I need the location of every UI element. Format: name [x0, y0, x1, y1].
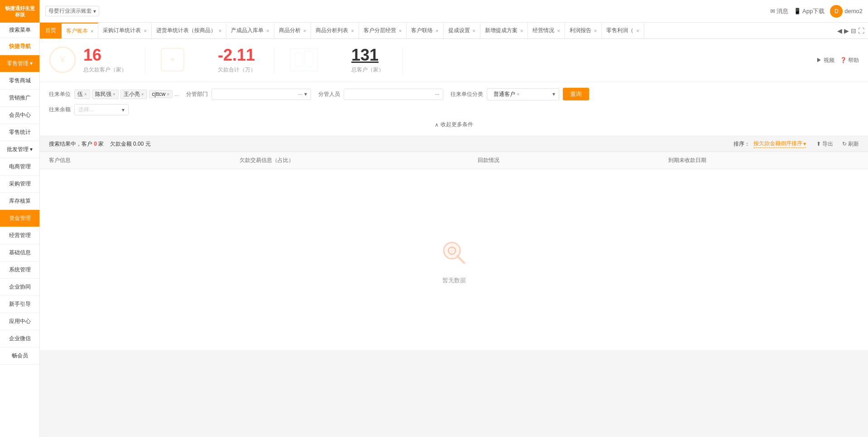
tab-customer-debt-label: 客户账本: [66, 27, 88, 35]
stat-total-customers: 131 总客户（家）: [333, 47, 403, 74]
sidebar-item-enterprise[interactable]: 企业协同: [0, 279, 39, 296]
sidebar-item-new-guide[interactable]: 新手引导: [0, 296, 39, 313]
stats-deco-middle-left: ✦: [159, 46, 186, 75]
sidebar-item-vip[interactable]: 畅会员: [0, 347, 39, 365]
sidebar-item-enterprise-wechat[interactable]: 企业微信: [0, 330, 39, 347]
sidebar-item-operations[interactable]: 经营管理: [0, 227, 39, 244]
tab-menu-icon[interactable]: ⊟: [851, 27, 856, 34]
tab-product-analysis-list[interactable]: 商品分析列表 ×: [311, 23, 359, 39]
filter-remainder-select[interactable]: 选择... ▾: [74, 104, 129, 115]
sidebar-item-membership[interactable]: 会员中心: [0, 107, 39, 124]
empty-state-icon: [436, 235, 472, 271]
tab-product-analysis[interactable]: 商品分析 ×: [274, 23, 311, 39]
sidebar-item-app-center[interactable]: 应用中心: [0, 313, 39, 330]
filter-person-label: 分管人员: [318, 90, 340, 98]
message-link[interactable]: ✉ 消息: [770, 7, 788, 15]
tab-customer-contact-close[interactable]: ×: [436, 28, 438, 33]
tab-retail-profit-close[interactable]: ×: [636, 28, 639, 33]
stat-total-debt-label: 欠款合计（万）: [218, 66, 256, 74]
tab-next-icon[interactable]: ▶: [844, 27, 849, 34]
tab-stock-stats[interactable]: 进货单统计表（按商品） ×: [152, 23, 226, 39]
filter-area: 往来单位 伍 × 陈民强 × 王小亮 × cjttcw: [40, 82, 868, 136]
result-info: 搜索结果中，客户 0 家 欠款金额 0.00 元: [49, 140, 151, 148]
tab-promotion-settings-close[interactable]: ×: [473, 28, 475, 33]
sidebar-search[interactable]: 搜索菜单: [0, 23, 39, 38]
tab-product-analysis-close[interactable]: ×: [303, 28, 306, 33]
filter-tag-cjttcw-remove[interactable]: ×: [167, 92, 170, 97]
sidebar-item-zero-sales[interactable]: 零售管理 ▾: [0, 55, 39, 72]
filter-tag-wu-remove[interactable]: ×: [84, 92, 87, 97]
tab-new-promotion-plan-label: 新增提成方案: [485, 27, 518, 34]
video-btn[interactable]: ▶ 视频: [816, 57, 834, 64]
tab-purchase-order[interactable]: 采购订单统计表 ×: [98, 23, 151, 39]
filter-tag-wang-remove[interactable]: ×: [141, 92, 144, 97]
tab-new-promotion-plan[interactable]: 新增提成方案 ×: [480, 23, 528, 39]
tab-prev-icon[interactable]: ◀: [837, 27, 842, 34]
tab-profit-report-label: 利润报告: [570, 27, 591, 34]
tab-operations-overview-close[interactable]: ×: [557, 28, 560, 33]
tab-customer-segment-close[interactable]: ×: [399, 28, 402, 33]
sidebar-item-finance[interactable]: 资金管理: [0, 210, 39, 227]
tab-promotion-settings[interactable]: 提成设置 ×: [444, 23, 480, 39]
tab-retail-profit[interactable]: 零售利润（ ×: [602, 23, 644, 39]
tab-customer-segment[interactable]: 客户分层经营 ×: [359, 23, 407, 39]
sidebar-item-system[interactable]: 系统管理: [0, 261, 39, 279]
sidebar-item-ecommerce[interactable]: 电商管理: [0, 158, 39, 176]
sidebar-item-marketing[interactable]: 营销推广: [0, 90, 39, 107]
avatar: D: [830, 5, 843, 18]
account-selector[interactable]: 母婴行业演示账套 ▾: [45, 6, 99, 16]
filter-dept-select[interactable]: ··· ▾: [211, 89, 311, 100]
filter-tag-cjttcw-text: cjttcw: [152, 91, 166, 97]
sidebar-item-purchase[interactable]: 采购管理: [0, 176, 39, 193]
empty-state: 暂无数据: [409, 208, 499, 312]
filter-more-btn[interactable]: ...: [174, 91, 179, 97]
tab-stock-stats-close[interactable]: ×: [219, 28, 221, 33]
tab-customer-contact[interactable]: 客户联络 ×: [407, 23, 443, 39]
tab-production-entry[interactable]: 产成品入库单 ×: [226, 23, 274, 39]
tab-customer-debt[interactable]: 客户账本 ×: [62, 23, 98, 39]
search-button[interactable]: 查询: [563, 88, 589, 100]
tab-profit-report-close[interactable]: ×: [594, 28, 597, 33]
refresh-btn[interactable]: ↻ 刷新: [842, 140, 859, 148]
tab-profit-report[interactable]: 利润报告 ×: [565, 23, 602, 39]
table-body: 暂无数据: [40, 169, 868, 350]
sort-arrow-icon: ▾: [803, 141, 806, 147]
filter-unit-category-tag-remove[interactable]: ×: [517, 92, 519, 97]
filter-tag-chen-remove[interactable]: ×: [113, 92, 115, 97]
tab-customer-debt-close[interactable]: ×: [91, 28, 93, 34]
tab-new-promotion-plan-close[interactable]: ×: [520, 28, 523, 33]
sidebar-item-zero-stats[interactable]: 零售统计: [0, 124, 39, 141]
sort-select[interactable]: 按欠款金额倒序排序 ▾: [753, 140, 806, 148]
help-btn[interactable]: ❓ 帮助: [840, 57, 859, 64]
svg-rect-5: [295, 53, 303, 66]
dropdown-arrow-icon: ▾: [93, 8, 96, 14]
sidebar-item-inventory[interactable]: 库存核算: [0, 193, 39, 210]
sidebar-item-zero-mall[interactable]: 零售商城: [0, 72, 39, 90]
col-due-date: 到期未收款日期: [668, 157, 859, 164]
sidebar-item-basic-info[interactable]: 基础信息: [0, 244, 39, 261]
filter-dept-value: [216, 90, 296, 98]
user-menu[interactable]: D demo2: [830, 5, 863, 18]
filter-unit-category-select[interactable]: 普通客户 × ▾: [487, 88, 559, 100]
tab-customer-segment-label: 客户分层经营: [364, 27, 396, 34]
tab-purchase-order-close[interactable]: ×: [144, 28, 146, 33]
sidebar-item-wholesale[interactable]: 批发管理 ▾: [0, 141, 39, 158]
logo-line1: 畅捷通好生意: [5, 5, 35, 11]
tab-production-entry-close[interactable]: ×: [266, 28, 269, 33]
collapse-filter-btn[interactable]: ∧ 收起更多条件: [49, 119, 859, 130]
tab-product-analysis-list-close[interactable]: ×: [351, 28, 354, 33]
tab-home[interactable]: 首页: [40, 23, 62, 39]
filter-unit-category-label: 往来单位分类: [451, 90, 483, 98]
sort-label: 排序：: [734, 140, 750, 148]
stat-total-debtors-value: 16: [83, 47, 101, 63]
tab-expand-icon[interactable]: ⛶: [858, 27, 864, 34]
stat-total-customers-label: 总客户（家）: [351, 66, 384, 74]
sidebar-item-quick-nav[interactable]: 快捷导航: [0, 38, 39, 55]
svg-rect-4: [290, 48, 317, 71]
filter-dept-label: 分管部门: [186, 90, 208, 98]
app-download-link[interactable]: 📱 App下载: [794, 7, 825, 15]
filter-person-value: [348, 90, 433, 98]
tab-operations-overview[interactable]: 经营情况 ×: [528, 23, 565, 39]
export-btn[interactable]: ⬆ 导出: [816, 140, 833, 148]
filter-person-select[interactable]: ···: [344, 89, 443, 100]
